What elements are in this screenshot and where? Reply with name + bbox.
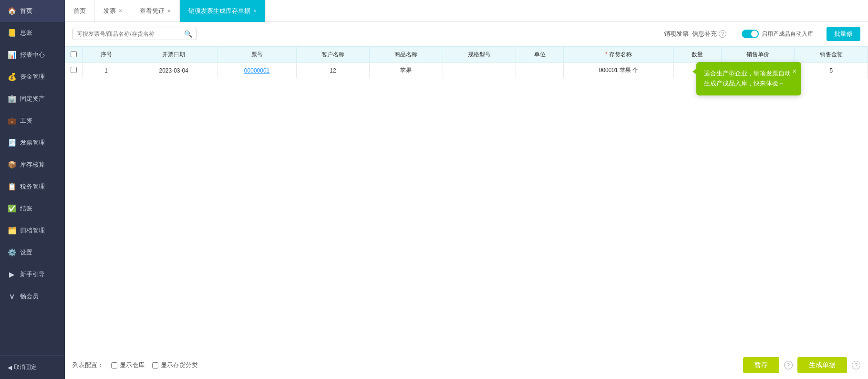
row-unit xyxy=(516,63,564,78)
sidebar-label-member: 畅会员 xyxy=(20,292,39,301)
sidebar-item-funds[interactable]: 💰 资金管理 xyxy=(0,66,65,88)
list-config-label: 列表配置： xyxy=(72,361,103,369)
info-help-icon[interactable]: ? xyxy=(719,30,726,38)
sidebar-item-member[interactable]: V 畅会员 xyxy=(0,285,65,307)
col-quantity: 数量 xyxy=(673,47,721,63)
sidebar-label-reports: 报表中心 xyxy=(20,51,45,59)
archive-icon: 🗂️ xyxy=(8,226,16,235)
tab-voucher-close[interactable]: × xyxy=(167,8,171,14)
generate-button[interactable]: 生成单据 xyxy=(797,357,847,373)
auto-inbound-toggle[interactable] xyxy=(742,30,759,38)
col-amount: 销售金额 xyxy=(795,47,868,63)
tab-bar: 首页 发票 × 查看凭证 × 销项发票生成库存单据 × xyxy=(65,0,868,22)
sidebar-label-home: 首页 xyxy=(20,7,32,15)
tab-invoice[interactable]: 发票 × xyxy=(95,0,131,22)
row-date: 2023-03-04 xyxy=(130,63,217,78)
save-help-icon[interactable]: ? xyxy=(784,361,793,369)
show-warehouse-checkbox[interactable] xyxy=(111,362,117,368)
sidebar-label-funds: 资金管理 xyxy=(20,73,45,81)
row-amount: 5 xyxy=(795,63,868,78)
search-input[interactable] xyxy=(77,31,181,37)
batch-button[interactable]: 批量修 xyxy=(827,27,860,41)
tax-icon: 📋 xyxy=(8,182,16,191)
info-label: 销项发票_信息补充 ? xyxy=(664,30,726,38)
inventory-icon: 📦 xyxy=(8,160,16,169)
tab-invoice-label: 发票 xyxy=(103,7,116,15)
tab-voucher[interactable]: 查看凭证 × xyxy=(131,0,180,22)
generate-help-icon[interactable]: ? xyxy=(852,361,860,369)
row-inventory: 000001 苹果 个 xyxy=(564,63,674,78)
save-button[interactable]: 暂存 xyxy=(743,357,779,373)
sidebar-item-invoice-mgmt[interactable]: 🧾 发票管理 xyxy=(0,132,65,154)
sidebar-bottom: ◀ 取消固定 xyxy=(0,355,65,379)
tab-invoice-close[interactable]: × xyxy=(119,8,122,14)
tab-main-label: 销项发票生成库存单据 xyxy=(188,7,250,15)
show-category-label[interactable]: 显示存货分类 xyxy=(152,361,198,369)
bottom-bar: 列表配置： 显示仓库 显示存货分类 暂存 ? 生成单据 ? xyxy=(65,351,868,379)
tab-home[interactable]: 首页 xyxy=(65,0,95,22)
main-area: 首页 发票 × 查看凭证 × 销项发票生成库存单据 × 🔍 销项发票_信息补充 … xyxy=(65,0,868,379)
funds-icon: 💰 xyxy=(8,73,16,81)
row-number[interactable]: 00000001 xyxy=(217,63,296,78)
sidebar-label-settings: 设置 xyxy=(20,248,32,257)
search-box[interactable]: 🔍 xyxy=(72,28,196,40)
toggle-knob xyxy=(751,31,758,37)
row-checkbox[interactable] xyxy=(71,67,77,73)
tab-home-label: 首页 xyxy=(73,7,86,15)
sidebar-item-inventory[interactable]: 📦 库存核算 xyxy=(0,154,65,176)
settlement-icon: ✅ xyxy=(8,204,16,213)
col-date: 开票日期 xyxy=(130,47,217,63)
sidebar-label-settlement: 结账 xyxy=(20,204,32,213)
bottom-buttons: 暂存 ? 生成单据 ? xyxy=(743,357,860,373)
cancel-fixed-button[interactable]: ◀ 取消固定 xyxy=(0,360,65,374)
sidebar-item-reports[interactable]: 📊 报表中心 xyxy=(0,44,65,66)
table-header-row: 序号 开票日期 票号 客户名称 商品名称 规格型号 单位 * 存货名称 数量 销… xyxy=(65,47,868,63)
col-inventory: * 存货名称 xyxy=(564,47,674,63)
sidebar-item-salary[interactable]: 💼 工资 xyxy=(0,110,65,132)
tab-main-close[interactable]: × xyxy=(253,8,257,14)
toggle-label: 启用产成品自动入库 xyxy=(762,30,813,38)
search-icon[interactable]: 🔍 xyxy=(184,30,192,38)
col-product: 商品名称 xyxy=(370,47,443,63)
row-model xyxy=(443,63,516,78)
sidebar-label-guide: 新手引导 xyxy=(20,270,45,279)
show-warehouse-label[interactable]: 显示仓库 xyxy=(111,361,145,369)
toolbar: 🔍 销项发票_信息补充 ? 启用产成品自动入库 批量修 xyxy=(65,22,868,46)
sidebar-item-guide[interactable]: ▶ 新手引导 xyxy=(0,263,65,285)
sidebar-label-invoice-mgmt: 发票管理 xyxy=(20,138,45,147)
show-category-checkbox[interactable] xyxy=(152,362,158,368)
select-all-checkbox[interactable] xyxy=(71,51,77,57)
sidebar-item-settings[interactable]: ⚙️ 设置 xyxy=(0,242,65,263)
cancel-fixed-label: 取消固定 xyxy=(14,363,37,371)
tab-voucher-label: 查看凭证 xyxy=(140,7,165,15)
sidebar-item-settlement[interactable]: ✅ 结账 xyxy=(0,198,65,220)
sidebar-label-ledger: 总账 xyxy=(20,29,32,37)
row-seq: 1 xyxy=(83,63,130,78)
row-number-link[interactable]: 00000001 xyxy=(244,67,269,74)
sidebar: 🏠 首页 📒 总账 📊 报表中心 💰 资金管理 🏢 固定资产 💼 工资 🧾 发票… xyxy=(0,0,65,379)
invoice-icon: 🧾 xyxy=(8,138,16,147)
ledger-icon: 📒 xyxy=(8,29,16,37)
sidebar-item-archive[interactable]: 🗂️ 归档管理 xyxy=(0,220,65,242)
sidebar-item-ledger[interactable]: 📒 总账 xyxy=(0,22,65,44)
salary-icon: 💼 xyxy=(8,116,16,125)
col-unit: 单位 xyxy=(516,47,564,63)
sidebar-item-home[interactable]: 🏠 首页 xyxy=(0,0,65,22)
show-warehouse-text: 显示仓库 xyxy=(120,361,145,369)
sidebar-item-tax[interactable]: 📋 税务管理 xyxy=(0,176,65,198)
sidebar-item-fixed-assets[interactable]: 🏢 固定资产 xyxy=(0,88,65,110)
tab-main[interactable]: 销项发票生成库存单据 × xyxy=(180,0,266,22)
sidebar-label-tax: 税务管理 xyxy=(20,182,45,191)
tooltip-close-icon[interactable]: × xyxy=(793,66,796,76)
guide-icon: ▶ xyxy=(8,270,16,279)
row-customer: 12 xyxy=(296,63,369,78)
member-icon: V xyxy=(8,292,16,301)
reports-icon: 📊 xyxy=(8,51,16,59)
col-number: 票号 xyxy=(217,47,296,63)
settings-icon: ⚙️ xyxy=(8,248,16,257)
sidebar-label-inventory: 库存核算 xyxy=(20,160,45,169)
cancel-fixed-icon: ◀ xyxy=(8,364,12,371)
sidebar-label-archive: 归档管理 xyxy=(20,226,45,235)
info-label-text: 销项发票_信息补充 xyxy=(664,30,717,38)
row-checkbox-cell xyxy=(65,63,83,78)
